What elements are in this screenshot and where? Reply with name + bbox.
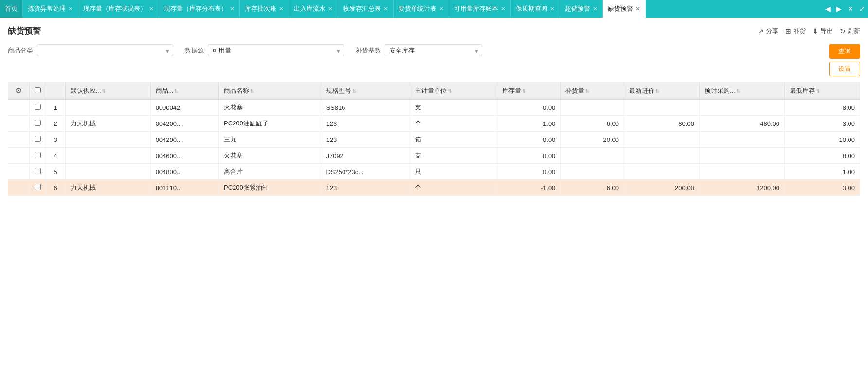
close-icon[interactable]: ✕ bbox=[635, 5, 640, 12]
nav-tab-available-ledger[interactable]: 可用量库存账本 ✕ bbox=[449, 0, 511, 18]
nav-tab-expiry[interactable]: 保质期查询 ✕ bbox=[511, 0, 560, 18]
sort-icon: ⇅ bbox=[352, 88, 356, 94]
row-checkbox[interactable] bbox=[35, 184, 41, 190]
nav-tab-shortage[interactable]: 缺货预警 ✕ bbox=[603, 0, 646, 18]
close-icon[interactable]: ✕ bbox=[501, 5, 506, 12]
close-icon[interactable]: ✕ bbox=[279, 5, 284, 12]
row-min-stock-cell: 10.00 bbox=[785, 132, 860, 148]
row-stock-cell: 0.00 bbox=[497, 148, 561, 164]
export-button[interactable]: ⬇ 导出 bbox=[813, 27, 833, 35]
col-product-name-header[interactable]: 商品名称⇅ bbox=[219, 82, 321, 100]
row-latest-price-cell bbox=[624, 132, 699, 148]
query-button[interactable]: 查询 bbox=[829, 44, 860, 59]
col-latest-price-header[interactable]: 最新进价⇅ bbox=[624, 82, 699, 100]
table-row: 2 力天机械 004200... PC200油缸缸子 123 个 -1.00 6… bbox=[8, 116, 860, 132]
nav-prev-button[interactable]: ◀ bbox=[822, 0, 833, 18]
col-min-stock-header[interactable]: 最低库存⇅ bbox=[785, 82, 860, 100]
row-product-name-cell: 三九 bbox=[219, 132, 321, 148]
table-row: 1 0000042 火花塞 SS816 支 0.00 8.00 bbox=[8, 100, 860, 116]
col-replenish-qty-header[interactable]: 补货量⇅ bbox=[561, 82, 624, 100]
row-min-stock-cell: 3.00 bbox=[785, 116, 860, 132]
row-latest-price-cell bbox=[624, 100, 699, 116]
inventory-status-tab-label: 现存量（库存状况表） bbox=[83, 4, 146, 13]
row-latest-price-cell bbox=[624, 148, 699, 164]
close-icon[interactable]: ✕ bbox=[550, 5, 555, 12]
select-all-checkbox[interactable] bbox=[35, 87, 41, 93]
row-min-stock-cell: 3.00 bbox=[785, 180, 860, 196]
replenish-icon: ⊞ bbox=[785, 27, 791, 35]
row-product-code-cell: 0000042 bbox=[150, 100, 218, 116]
nav-tab-home[interactable]: 首页 bbox=[0, 0, 23, 18]
nav-next-button[interactable]: ▶ bbox=[833, 0, 845, 18]
sort-icon: ⇅ bbox=[736, 88, 740, 94]
row-unit-cell: 支 bbox=[410, 148, 497, 164]
datasource-select[interactable]: 可用量 bbox=[208, 44, 344, 56]
overstock-tab-label: 超储预警 bbox=[565, 4, 590, 13]
col-supplier-header[interactable]: 默认供应...⇅ bbox=[65, 82, 150, 100]
col-unit-header[interactable]: 主计量单位⇅ bbox=[410, 82, 497, 100]
row-estimated-purchase-cell: 1200.00 bbox=[699, 180, 784, 196]
row-settings-cell bbox=[8, 132, 29, 148]
category-select[interactable] bbox=[37, 44, 173, 56]
close-icon[interactable]: ✕ bbox=[68, 5, 73, 12]
col-spec-header[interactable]: 规格型号⇅ bbox=[321, 82, 410, 100]
row-checkbox[interactable] bbox=[35, 120, 41, 126]
row-replenish-qty-cell: 6.00 bbox=[561, 180, 624, 196]
row-spec-cell: DS250*23c... bbox=[321, 164, 410, 180]
nav-tab-batch-account[interactable]: 库存批次账 ✕ bbox=[240, 0, 289, 18]
nav-tab-inventory-dist[interactable]: 现存量（库存分布表） ✕ bbox=[159, 0, 240, 18]
nav-expand-button[interactable]: ⤢ bbox=[856, 0, 868, 18]
col-product-code-header[interactable]: 商品...⇅ bbox=[150, 82, 218, 100]
row-unit-cell: 个 bbox=[410, 116, 497, 132]
share-button[interactable]: ↗ 分享 bbox=[758, 27, 778, 35]
row-index-cell: 6 bbox=[46, 180, 65, 196]
col-stock-header[interactable]: 库存量⇅ bbox=[497, 82, 561, 100]
close-icon[interactable]: ✕ bbox=[383, 5, 388, 12]
nav-tab-flow[interactable]: 出入库流水 ✕ bbox=[289, 0, 338, 18]
row-settings-cell bbox=[8, 180, 29, 196]
close-icon[interactable]: ✕ bbox=[149, 5, 154, 12]
close-icon[interactable]: ✕ bbox=[593, 5, 597, 12]
table-row: 6 力天机械 801110... PC200张紧油缸 123 个 -1.00 6… bbox=[8, 180, 860, 196]
nav-tab-inventory-status[interactable]: 现存量（库存状况表） ✕ bbox=[78, 0, 159, 18]
row-estimated-purchase-cell bbox=[699, 164, 784, 180]
category-select-wrapper bbox=[37, 44, 173, 56]
nav-tab-overstock[interactable]: 超储预警 ✕ bbox=[560, 0, 603, 18]
close-icon[interactable]: ✕ bbox=[439, 5, 444, 12]
col-settings[interactable]: ⚙ bbox=[8, 82, 29, 100]
row-supplier-cell bbox=[65, 148, 150, 164]
refresh-button[interactable]: ↻ 刷新 bbox=[840, 27, 860, 35]
nav-tab-requisition[interactable]: 要货单统计表 ✕ bbox=[394, 0, 449, 18]
row-unit-cell: 只 bbox=[410, 164, 497, 180]
nav-tab-summary[interactable]: 收发存汇总表 ✕ bbox=[338, 0, 394, 18]
requisition-tab-label: 要货单统计表 bbox=[398, 4, 436, 13]
sort-icon: ⇅ bbox=[250, 88, 254, 94]
table-row: 3 004200... 三九 123 箱 0.00 20.00 10.00 bbox=[8, 132, 860, 148]
setting-button[interactable]: 设置 bbox=[829, 62, 860, 76]
row-check-cell bbox=[29, 132, 46, 148]
table-header: ⚙ 默认供应...⇅ 商品...⇅ 商品名称⇅ 规格型号⇅ bbox=[8, 82, 860, 100]
close-icon[interactable]: ✕ bbox=[328, 5, 333, 12]
row-latest-price-cell: 80.00 bbox=[624, 116, 699, 132]
page-title: 缺货预警 bbox=[8, 25, 41, 36]
row-checkbox[interactable] bbox=[35, 136, 41, 142]
replenish-button[interactable]: ⊞ 补货 bbox=[785, 27, 806, 35]
table-body: 1 0000042 火花塞 SS816 支 0.00 8.00 2 力天机械 0… bbox=[8, 100, 860, 196]
picking-tab-label: 拣货异常处理 bbox=[28, 4, 66, 13]
row-checkbox[interactable] bbox=[35, 168, 41, 174]
row-estimated-purchase-cell: 480.00 bbox=[699, 116, 784, 132]
nav-close-button[interactable]: ✕ bbox=[845, 0, 856, 18]
row-latest-price-cell bbox=[624, 164, 699, 180]
replenish-base-select[interactable]: 安全库存 bbox=[385, 44, 482, 56]
col-estimated-purchase-header[interactable]: 预计采购...⇅ bbox=[699, 82, 784, 100]
row-checkbox[interactable] bbox=[35, 104, 41, 110]
row-latest-price-cell: 200.00 bbox=[624, 180, 699, 196]
category-label: 商品分类 bbox=[8, 46, 33, 55]
col-index-header bbox=[46, 82, 65, 100]
row-checkbox[interactable] bbox=[35, 152, 41, 158]
nav-tab-picking[interactable]: 拣货异常处理 ✕ bbox=[23, 0, 78, 18]
close-icon[interactable]: ✕ bbox=[230, 5, 235, 12]
page-header: 缺货预警 ↗ 分享 ⊞ 补货 ⬇ 导出 ↻ 刷新 bbox=[8, 25, 860, 36]
settings-gear-icon[interactable]: ⚙ bbox=[15, 86, 22, 95]
row-settings-cell bbox=[8, 148, 29, 164]
